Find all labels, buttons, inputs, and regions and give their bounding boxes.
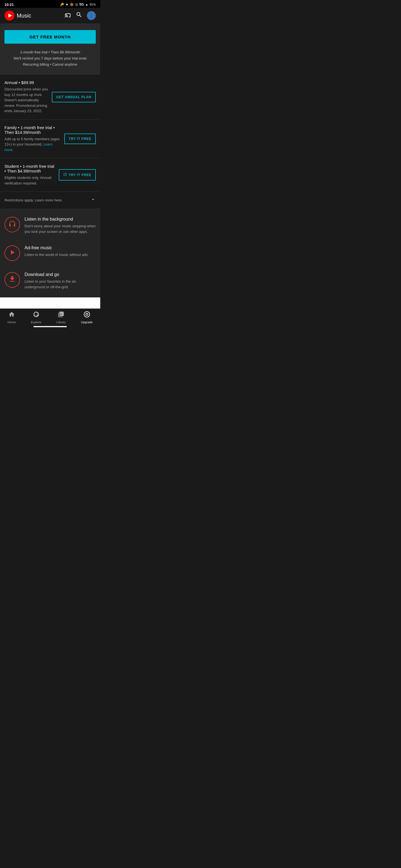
family-plan-title: Family • 1-month free trial • Then $14.9…: [4, 125, 61, 135]
location-icon: ◎: [75, 2, 78, 6]
feature-download-title: Download and go: [25, 272, 96, 277]
header: Music 👤: [0, 8, 100, 23]
student-plan-desc: Eligible students only. Annual verificat…: [4, 175, 55, 186]
annual-plan-title: Annual • $89.99: [4, 80, 49, 85]
bluetooth-icon: ★: [65, 2, 68, 6]
logo: Music: [4, 10, 31, 21]
nav-library[interactable]: Library: [57, 311, 66, 324]
mute-icon: 🔕: [70, 3, 74, 6]
battery-label: 91%: [90, 3, 96, 6]
status-bar: 10:21 🔑 ★ 🔕 ◎ 5G ▲ 91%: [0, 0, 100, 8]
feature-download-desc: Listen to your favorites in the air, und…: [25, 279, 96, 289]
feature-adfree-content: Ad-free music Listen to the world of mus…: [25, 245, 89, 258]
cast-icon[interactable]: [65, 11, 71, 20]
nav-home[interactable]: Home: [7, 311, 16, 324]
hero-line1: 1-month free trial • Then $9.99/month: [4, 49, 96, 55]
hero-line2: We'll remind you 7 days before your tria…: [4, 55, 96, 61]
play-icon-wrap: [4, 245, 20, 261]
nav-explore-label: Explore: [31, 320, 41, 324]
status-time: 10:21: [4, 2, 13, 7]
feature-background-title: Listen in the background: [25, 217, 96, 222]
get-annual-plan-button[interactable]: GET ANNUAL PLAN: [52, 92, 96, 102]
get-free-month-button[interactable]: GET FREE MONTH: [4, 30, 96, 44]
features-section: Listen in the background Don't worry abo…: [0, 209, 100, 298]
bottom-nav: Home Explore Library Upgrade: [0, 309, 100, 325]
explore-icon: [33, 311, 39, 319]
family-plan-desc: Add up to 5 family members (ages 13+) in…: [4, 136, 61, 153]
family-try-free-button[interactable]: TRY IT FREE: [64, 133, 96, 144]
student-plan-title: Student • 1-month free trial • Then $4.9…: [4, 164, 55, 173]
network-label: 5G: [79, 2, 84, 6]
student-plan-row: Student • 1-month free trial • Then $4.9…: [0, 158, 100, 192]
annual-plan-row: Annual • $89.99 Discounted price when yo…: [0, 74, 100, 120]
plans-section: Annual • $89.99 Discounted price when yo…: [0, 74, 100, 209]
upgrade-icon: [84, 311, 90, 319]
app-name: Music: [17, 12, 31, 19]
feature-adfree-row: Ad-free music Listen to the world of mus…: [0, 240, 100, 267]
signal-icon: ▲: [85, 3, 88, 6]
download-icon-wrap: [4, 272, 20, 288]
library-icon: [58, 311, 64, 319]
feature-download-row: Download and go Listen to your favorites…: [0, 267, 100, 295]
feature-background-row: Listen in the background Don't worry abo…: [0, 211, 100, 240]
yt-music-logo: [4, 10, 15, 21]
restrictions-row[interactable]: Restrictions apply. Learn more here.: [0, 192, 100, 209]
nav-library-label: Library: [57, 320, 66, 324]
family-plan-row: Family • 1-month free trial • Then $14.9…: [0, 120, 100, 159]
nav-upgrade-label: Upgrade: [81, 320, 93, 324]
car-icon: 🔑: [60, 3, 64, 6]
feature-adfree-desc: Listen to the world of music without ads…: [25, 252, 89, 258]
headphone-icon-wrap: [4, 217, 20, 232]
home-indicator: [33, 326, 67, 327]
search-icon[interactable]: [76, 11, 82, 20]
nav-home-label: Home: [7, 320, 16, 324]
white-bar: [0, 298, 100, 309]
external-link-icon: [63, 173, 67, 177]
hero-line3: Recurring billing • Cancel anytime: [4, 61, 96, 68]
feature-background-desc: Don't worry about your music stopping wh…: [25, 223, 96, 234]
hero-description: 1-month free trial • Then $9.99/month We…: [4, 49, 96, 68]
svg-point-4: [87, 314, 87, 315]
status-icons: 🔑 ★ 🔕 ◎ 5G ▲ 91%: [60, 2, 96, 6]
annual-plan-info: Annual • $89.99 Discounted price when yo…: [4, 80, 49, 114]
nav-explore[interactable]: Explore: [31, 311, 41, 324]
feature-adfree-title: Ad-free music: [25, 245, 89, 250]
hero-section: GET FREE MONTH 1-month free trial • Then…: [0, 23, 100, 74]
student-plan-info: Student • 1-month free trial • Then $4.9…: [4, 164, 55, 186]
family-plan-info: Family • 1-month free trial • Then $14.9…: [4, 125, 61, 153]
restrictions-text: Restrictions apply. Learn more here.: [4, 198, 63, 202]
headphone-icon: [8, 220, 16, 229]
nav-upgrade[interactable]: Upgrade: [81, 311, 93, 324]
chevron-down-icon[interactable]: [90, 197, 96, 204]
play-icon: [8, 248, 16, 258]
avatar[interactable]: 👤: [87, 11, 96, 20]
feature-background-content: Listen in the background Don't worry abo…: [25, 217, 96, 234]
student-try-free-button[interactable]: TRY IT FREE: [59, 169, 96, 181]
feature-download-content: Download and go Listen to your favorites…: [25, 272, 96, 289]
annual-plan-desc: Discounted price when you buy 12 months …: [4, 87, 49, 114]
download-icon: [8, 275, 16, 285]
home-icon: [8, 311, 15, 319]
header-actions: 👤: [65, 11, 96, 20]
